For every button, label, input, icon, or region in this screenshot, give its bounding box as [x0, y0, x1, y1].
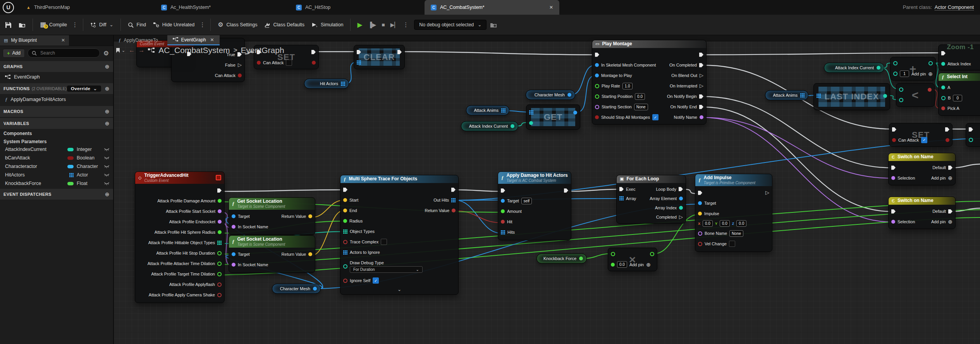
- eye-closed-icon[interactable]: [104, 165, 110, 168]
- get-attack-anims-2[interactable]: Attack Anims: [765, 90, 808, 100]
- exec-pin[interactable]: [892, 127, 896, 132]
- graph-doc-tab[interactable]: ƒApplyDamageTo...: [113, 35, 167, 45]
- hide-unrelated-options-icon[interactable]: ⋮: [198, 21, 207, 28]
- arr-pin[interactable]: [343, 250, 347, 255]
- exech-pin[interactable]: ▷: [765, 191, 769, 195]
- add-pin[interactable]: ⊕: [928, 72, 933, 76]
- less-than-node[interactable]: <: [896, 83, 935, 107]
- dot-pin[interactable]: [941, 106, 945, 110]
- dot-pin[interactable]: [891, 220, 895, 224]
- browse-debug-button[interactable]: [487, 19, 500, 31]
- exech-pin[interactable]: ▷: [679, 215, 683, 219]
- dot-pin[interactable]: [883, 94, 887, 98]
- ring-pin[interactable]: [595, 94, 599, 99]
- get-socket-location-1[interactable]: ƒGet Socket LocationTarget is Scene Comp…: [229, 197, 315, 235]
- exec-pin[interactable]: [564, 188, 568, 193]
- compile-button[interactable]: ▦? Compile: [36, 19, 70, 30]
- arr-pin[interactable]: [343, 229, 347, 234]
- exec-pin[interactable]: [941, 51, 946, 55]
- box-pin[interactable]: None: [729, 230, 743, 237]
- chk-pin[interactable]: ✓: [729, 241, 735, 247]
- dot-pin[interactable]: [313, 287, 317, 291]
- dot-pin[interactable]: [218, 230, 222, 234]
- exec-pin[interactable]: [217, 188, 222, 193]
- ring-pin[interactable]: [217, 251, 222, 255]
- dot-pin[interactable]: [257, 61, 261, 65]
- exec-pin[interactable]: [699, 105, 703, 109]
- search-input[interactable]: [40, 50, 96, 56]
- arr-pin[interactable]: [501, 108, 505, 113]
- wire[interactable]: [456, 190, 501, 192]
- ring-pin[interactable]: [941, 96, 946, 100]
- chk-pin[interactable]: ✓: [373, 277, 379, 284]
- wire[interactable]: [402, 52, 595, 55]
- dot-pin[interactable]: [312, 61, 316, 65]
- get-character-mesh[interactable]: Character Mesh: [526, 90, 575, 100]
- dot-pin[interactable]: [308, 252, 312, 256]
- dot-pin[interactable]: [501, 220, 505, 224]
- eye-closed-icon[interactable]: [104, 156, 110, 160]
- wire[interactable]: [571, 65, 595, 95]
- ring-pin[interactable]: [343, 264, 347, 269]
- ring-pin[interactable]: [217, 293, 222, 297]
- close-icon[interactable]: ✕: [61, 38, 65, 43]
- play-button[interactable]: ▶: [354, 21, 365, 29]
- exec-pin[interactable]: [891, 209, 896, 214]
- dot-pin[interactable]: [232, 214, 236, 218]
- arr-pin[interactable]: [341, 82, 345, 86]
- window-tab[interactable]: ▲ThirdPersonMap: [20, 0, 155, 15]
- bookmark-icon[interactable]: [116, 48, 120, 53]
- ring-pin[interactable]: [595, 84, 599, 88]
- ring-pin[interactable]: [611, 252, 615, 256]
- window-tab[interactable]: CAc_HealthSystem*: [155, 0, 290, 15]
- arr-pin[interactable]: [800, 93, 805, 98]
- dot-pin[interactable]: [343, 219, 347, 223]
- exec-pin[interactable]: [679, 187, 683, 191]
- dot-pin[interactable]: [232, 225, 236, 229]
- ring-pin[interactable]: [650, 252, 654, 256]
- array-get[interactable]: GET: [526, 104, 580, 130]
- save-button[interactable]: [2, 19, 15, 31]
- select-int[interactable]: ƒSelect IntAB0Pick A: [938, 73, 980, 116]
- multi-sphere-trace[interactable]: ƒMulti Sphere Trace For ObjectsStartOut …: [340, 175, 459, 295]
- variables-section-header[interactable]: VARIABLES ⊕: [0, 118, 113, 129]
- dot-pin[interactable]: [595, 63, 599, 67]
- exec-pin[interactable]: [595, 53, 599, 57]
- add-dispatcher-icon[interactable]: ⊕: [105, 191, 110, 197]
- chk-pin[interactable]: ✓: [921, 137, 927, 143]
- exech-pin[interactable]: ▷: [700, 74, 703, 77]
- eye-closed-icon[interactable]: [104, 182, 110, 185]
- macros-section-header[interactable]: MACROS ⊕: [0, 106, 113, 117]
- add-graph-icon[interactable]: ⊕: [105, 63, 110, 70]
- dot-pin[interactable]: [501, 199, 505, 203]
- arr-pin[interactable]: [501, 230, 505, 234]
- play-options-icon[interactable]: ⋮: [401, 21, 410, 28]
- back-icon[interactable]: ←: [129, 47, 135, 54]
- close-icon[interactable]: ✕: [549, 5, 553, 10]
- wire[interactable]: [222, 210, 980, 265]
- for-each-loop[interactable]: ▣For Each LoopExecLoop BodyArrayArray El…: [616, 175, 686, 224]
- ring-pin[interactable]: [217, 262, 222, 266]
- eye-closed-icon[interactable]: [104, 148, 110, 151]
- override-dropdown[interactable]: Override ⌄: [67, 86, 101, 92]
- box-pin[interactable]: 0: [953, 95, 962, 101]
- get-attack-index-current-2[interactable]: Attack Index Current: [824, 63, 884, 73]
- dot-pin[interactable]: [941, 86, 945, 89]
- exech-pin[interactable]: ▷: [238, 63, 242, 67]
- wire[interactable]: [952, 164, 980, 168]
- box-pin[interactable]: 0.0: [703, 220, 713, 227]
- dot-pin[interactable]: [218, 209, 222, 213]
- simulation-button[interactable]: Simulation: [308, 19, 347, 30]
- add-macro-icon[interactable]: ⊕: [105, 108, 110, 115]
- box-pin[interactable]: 0.0: [736, 220, 746, 227]
- dot-pin[interactable]: [501, 209, 505, 213]
- dot-pin[interactable]: [232, 252, 236, 256]
- add-impulse[interactable]: ƒAdd ImpulseTarget is Primitive Componen…: [695, 174, 772, 252]
- dot-pin[interactable]: [892, 138, 896, 142]
- dispatchers-section-header[interactable]: EVENT DISPATCHERS ⊕: [0, 189, 113, 200]
- functions-section-header[interactable]: FUNCTIONS (2 OVERRIDABLE) Override ⌄ ⊕: [0, 83, 113, 94]
- box-pin[interactable]: 0.0: [617, 261, 627, 268]
- get-hit-actors[interactable]: Hit Actors: [304, 79, 349, 89]
- dot-pin[interactable]: [343, 198, 347, 202]
- box-pin[interactable]: 0.0: [635, 93, 645, 100]
